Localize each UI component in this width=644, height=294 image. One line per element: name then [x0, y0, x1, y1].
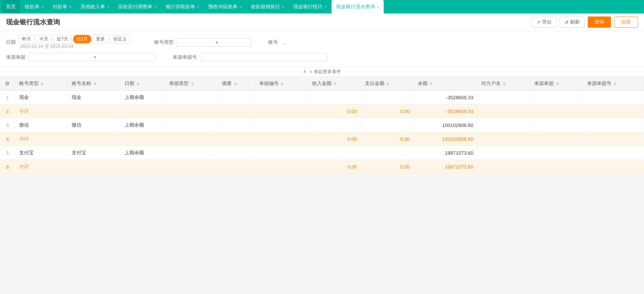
close-icon[interactable]: ×	[197, 4, 199, 9]
close-icon[interactable]: ×	[107, 4, 109, 9]
cell-date	[121, 132, 165, 146]
export-icon: ↗	[536, 19, 540, 25]
date-today[interactable]: 今天	[36, 35, 52, 43]
cell-source-doc-no	[583, 104, 644, 118]
col-summary: 摘要 ⇅	[218, 77, 255, 91]
cell-counterpart	[477, 91, 530, 104]
cell-doc-type	[165, 118, 218, 132]
cell-balance: 19871073.60	[414, 160, 477, 174]
sort-icon[interactable]: ⇅	[191, 82, 194, 86]
chevron-down-icon: ▾	[94, 54, 153, 60]
cell-num: 6	[0, 160, 15, 174]
date-more[interactable]: 更多	[93, 35, 108, 43]
sort-icon[interactable]: ⇅	[556, 82, 559, 86]
col-source-doc-no: 来源单据号 ⇅	[583, 77, 644, 91]
settings-button[interactable]: 设置	[614, 16, 638, 28]
query-button[interactable]: 查询	[588, 16, 611, 28]
account-filter: 账号 ...	[268, 39, 289, 46]
cell-counterpart	[477, 132, 530, 146]
cell-num: 3	[0, 118, 15, 132]
cell-doc-no	[255, 118, 308, 132]
cell-counterpart	[477, 118, 530, 132]
close-icon[interactable]: ×	[69, 4, 71, 9]
date-custom[interactable]: 自定义	[110, 35, 130, 43]
cell-num: 2	[0, 104, 15, 118]
close-icon[interactable]: ×	[282, 4, 284, 9]
col-gear: ⚙	[0, 77, 15, 91]
close-icon[interactable]: ×	[154, 4, 156, 9]
nav-tab-银行存取款单[interactable]: 银行存取款单 ×	[161, 0, 204, 13]
date-range-display: 2023-02-24 至 2023-03-24	[20, 43, 130, 50]
cell-doc-no	[255, 104, 308, 118]
table-row[interactable]: 3 微信 微信 上期余额 100102606.60	[0, 118, 644, 132]
cell-source-doc	[530, 132, 583, 146]
sort-icon[interactable]: ⇅	[234, 82, 237, 86]
date-1month[interactable]: 近1月	[73, 35, 92, 43]
account-type-select[interactable]: ▾	[177, 38, 252, 47]
table-row[interactable]: 5 支付宝 支付宝 上期余额 19871073.60	[0, 146, 644, 160]
cell-account-type: 小计	[15, 160, 68, 174]
cell-account-name: 微信	[68, 118, 121, 132]
cell-balance: 100102606.60	[414, 132, 477, 146]
cell-date: 上期余额	[121, 118, 165, 132]
close-icon[interactable]: ×	[41, 4, 44, 9]
gear-icon[interactable]: ⚙	[4, 81, 11, 87]
nav-tab-应收应付调整单[interactable]: 应收应付调整单 ×	[114, 0, 161, 13]
cell-source-doc	[530, 146, 583, 160]
cell-account-type: 小计	[15, 104, 68, 118]
source-doc-label: 来源单据	[6, 54, 26, 61]
nav-tab-其他收入单[interactable]: 其他收入单 ×	[76, 0, 114, 13]
sort-icon[interactable]: ⇅	[333, 82, 336, 86]
cell-income: 0.00	[308, 132, 361, 146]
col-balance: 余额 ⇅	[414, 77, 477, 91]
nav-tab-收款单[interactable]: 收款单 ×	[20, 0, 48, 13]
cell-income	[308, 91, 361, 104]
date-7days[interactable]: 近7天	[53, 35, 72, 43]
sort-icon[interactable]: ⇅	[429, 82, 432, 86]
sort-icon[interactable]: ⇅	[281, 82, 284, 86]
export-button[interactable]: ↗ 导出	[531, 16, 557, 28]
refresh-icon: ↺	[564, 19, 569, 25]
cell-source-doc-no	[583, 132, 644, 146]
cell-balance: -3528659.33	[414, 91, 477, 104]
nav-tab-现金银行流水查询[interactable]: 现金银行流水查询 ×	[332, 0, 384, 13]
table-row[interactable]: 2 小计 0.00 0.00 -3528659.33	[0, 104, 644, 118]
close-icon[interactable]: ×	[324, 4, 327, 9]
cell-expense	[361, 118, 414, 132]
date-yesterday[interactable]: 昨天	[19, 35, 35, 43]
source-doc-select[interactable]: ▾	[29, 53, 156, 61]
cell-summary	[218, 160, 255, 174]
cell-summary	[218, 146, 255, 160]
nav-tab-预收冲应收单[interactable]: 预收冲应收单 ×	[204, 0, 246, 13]
table-row[interactable]: 4 小计 0.00 0.00 100102606.60	[0, 132, 644, 146]
collapse-bar[interactable]: ∧ ∧ 收起更多条件	[0, 67, 644, 77]
refresh-button[interactable]: ↺ 刷新	[560, 16, 585, 28]
sort-icon[interactable]: ⇅	[137, 82, 140, 86]
cell-income	[308, 118, 361, 132]
sort-icon[interactable]: ⇅	[503, 82, 506, 86]
close-icon[interactable]: ×	[377, 4, 379, 9]
sort-icon[interactable]: ⇅	[386, 82, 389, 86]
nav-home[interactable]: 首页	[2, 0, 20, 13]
filter-row-1: 日期 昨天 今天 近7天 近1月 更多 自定义 2023-02-24 至 202…	[6, 35, 638, 50]
cell-expense: 0.00	[361, 160, 414, 174]
chevron-down-icon: ▾	[216, 40, 248, 45]
cell-source-doc-no	[583, 91, 644, 104]
cell-source-doc	[530, 91, 583, 104]
table-row[interactable]: 6 小计 0.00 0.00 19871073.60	[0, 160, 644, 174]
sort-icon[interactable]: ⇅	[41, 82, 44, 86]
date-filter: 日期 昨天 今天 近7天 近1月 更多 自定义 2023-02-24 至 202…	[6, 35, 130, 50]
source-doc-num-input[interactable]	[200, 53, 327, 61]
table-row[interactable]: 1 现金 现金 上期余额 -3528659.33	[0, 91, 644, 104]
cell-income: 0.00	[308, 160, 361, 174]
account-dots-button[interactable]: ...	[281, 39, 289, 46]
close-icon[interactable]: ×	[239, 4, 242, 9]
nav-tab-付款单[interactable]: 付款单 ×	[48, 0, 76, 13]
sort-icon[interactable]: ⇅	[613, 82, 616, 86]
cell-account-type: 微信	[15, 118, 68, 132]
filter-area: 日期 昨天 今天 近7天 近1月 更多 自定义 2023-02-24 至 202…	[0, 31, 644, 67]
cell-doc-no	[255, 132, 308, 146]
nav-tab-现金银行统计[interactable]: 现金银行统计 ×	[289, 0, 331, 13]
sort-icon[interactable]: ⇅	[93, 82, 96, 86]
nav-tab-收款核销执行[interactable]: 收款核销执行 ×	[246, 0, 289, 13]
